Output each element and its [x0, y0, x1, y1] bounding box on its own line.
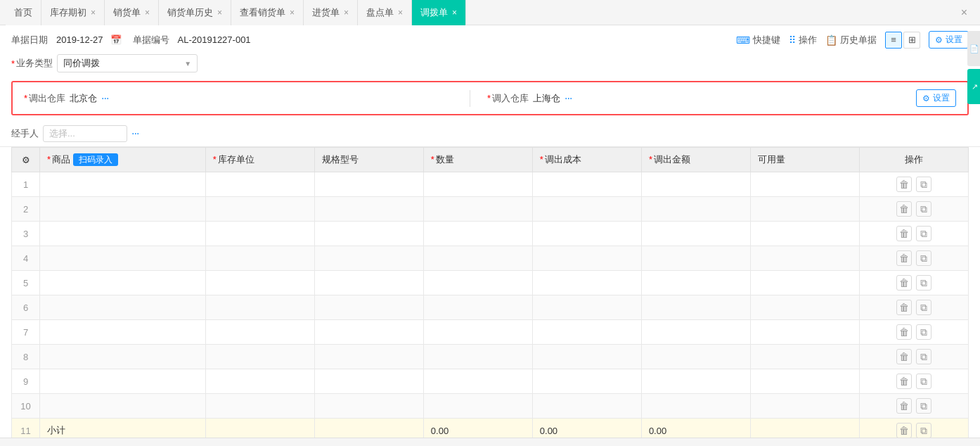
cell-spec[interactable] — [314, 320, 423, 345]
delete-icon[interactable]: 🗑 — [896, 275, 912, 291]
cell-unit[interactable] — [205, 394, 314, 419]
cell-product[interactable] — [40, 394, 206, 419]
cell-unit[interactable] — [205, 320, 314, 345]
delete-icon[interactable]: 🗑 — [896, 374, 912, 389]
cell-amount[interactable] — [641, 271, 750, 295]
tab-close-purchase[interactable]: × — [344, 8, 349, 18]
cell-amount[interactable] — [641, 172, 750, 197]
warehouse-settings-button[interactable]: ⚙ 设置 — [916, 89, 956, 107]
delete-icon[interactable]: 🗑 — [896, 177, 912, 192]
cell-qty[interactable] — [423, 345, 532, 369]
cell-qty[interactable] — [423, 222, 532, 246]
tab-purchase[interactable]: 进货单 × — [304, 0, 358, 25]
warehouse-out-value[interactable]: 北京仓 — [70, 92, 97, 105]
tab-home[interactable]: 首页 — [6, 0, 41, 25]
cell-available[interactable] — [750, 295, 859, 320]
cell-cost[interactable] — [532, 246, 641, 271]
cell-qty[interactable] — [423, 197, 532, 222]
cell-amount[interactable] — [641, 320, 750, 345]
cell-spec[interactable] — [314, 394, 423, 419]
cell-amount[interactable] — [641, 197, 750, 222]
close-window-button[interactable]: × — [954, 6, 974, 19]
cell-unit[interactable] — [205, 271, 314, 295]
cell-cost[interactable] — [532, 172, 641, 197]
copy-icon[interactable]: ⧉ — [916, 423, 931, 438]
cell-product[interactable] — [40, 295, 206, 320]
cell-qty[interactable] — [423, 295, 532, 320]
copy-icon[interactable]: ⧉ — [916, 374, 931, 389]
tab-inventory-init[interactable]: 库存期初 × — [41, 0, 105, 25]
tab-close-sales-order[interactable]: × — [145, 8, 150, 18]
cell-spec[interactable] — [314, 345, 423, 369]
copy-icon[interactable]: ⧉ — [916, 324, 931, 340]
delete-icon[interactable]: 🗑 — [896, 349, 912, 364]
cell-spec[interactable] — [314, 172, 423, 197]
cell-product[interactable] — [40, 222, 206, 246]
shortcuts-button[interactable]: ⌨ 快捷键 — [736, 34, 780, 46]
cell-qty[interactable] — [423, 271, 532, 295]
cell-qty[interactable] — [423, 172, 532, 197]
delete-icon[interactable]: 🗑 — [896, 324, 912, 340]
cell-spec[interactable] — [314, 222, 423, 246]
cell-spec[interactable] — [314, 295, 423, 320]
cell-amount[interactable] — [641, 369, 750, 394]
cell-cost[interactable] — [532, 369, 641, 394]
cell-qty[interactable] — [423, 246, 532, 271]
copy-icon[interactable]: ⧉ — [916, 250, 931, 266]
cell-qty[interactable] — [423, 394, 532, 419]
handler-select[interactable]: 选择... — [43, 125, 127, 142]
tab-close-sales-history[interactable]: × — [217, 8, 222, 18]
cell-available[interactable] — [750, 320, 859, 345]
cell-unit[interactable] — [205, 295, 314, 320]
view-list-button[interactable]: ≡ — [885, 32, 902, 49]
bottom-scrollbar[interactable] — [0, 438, 980, 443]
delete-icon[interactable]: 🗑 — [896, 201, 912, 217]
cell-product[interactable] — [40, 246, 206, 271]
view-grid-button[interactable]: ⊞ — [903, 32, 920, 49]
cell-available[interactable] — [750, 271, 859, 295]
cell-product[interactable] — [40, 320, 206, 345]
cell-available[interactable] — [750, 172, 859, 197]
history-button[interactable]: 📋 历史单据 — [825, 34, 877, 46]
cell-cost[interactable] — [532, 320, 641, 345]
cell-available[interactable] — [750, 246, 859, 271]
cell-product[interactable] — [40, 271, 206, 295]
cell-amount[interactable] — [641, 295, 750, 320]
copy-icon[interactable]: ⧉ — [916, 226, 931, 241]
cell-product[interactable] — [40, 197, 206, 222]
warehouse-in-more-button[interactable]: ··· — [565, 92, 572, 105]
tab-close-inventory-count[interactable]: × — [398, 8, 403, 18]
cell-product[interactable] — [40, 369, 206, 394]
cell-amount[interactable] — [641, 222, 750, 246]
copy-icon[interactable]: ⧉ — [916, 275, 931, 291]
cell-available[interactable] — [750, 222, 859, 246]
cell-unit[interactable] — [205, 197, 314, 222]
cell-spec[interactable] — [314, 197, 423, 222]
operations-button[interactable]: ⠿ 操作 — [789, 34, 817, 46]
calendar-icon[interactable]: 📅 — [110, 34, 122, 45]
delete-icon[interactable]: 🗑 — [896, 423, 912, 438]
cell-cost[interactable] — [532, 394, 641, 419]
cell-qty[interactable] — [423, 369, 532, 394]
copy-icon[interactable]: ⧉ — [916, 300, 931, 315]
copy-icon[interactable]: ⧉ — [916, 201, 931, 217]
delete-icon[interactable]: 🗑 — [896, 250, 912, 266]
cell-available[interactable] — [750, 369, 859, 394]
cell-amount[interactable] — [641, 246, 750, 271]
cell-available[interactable] — [750, 197, 859, 222]
cell-amount[interactable] — [641, 394, 750, 419]
tab-sales-history[interactable]: 销货单历史 × — [159, 0, 231, 25]
sidebar-doc-button[interactable]: 📄 — [967, 31, 980, 66]
cell-unit[interactable] — [205, 369, 314, 394]
cell-available[interactable] — [750, 394, 859, 419]
delete-icon[interactable]: 🗑 — [896, 398, 912, 414]
cell-unit[interactable] — [205, 246, 314, 271]
cell-product[interactable] — [40, 172, 206, 197]
cell-cost[interactable] — [532, 271, 641, 295]
cell-product[interactable] — [40, 345, 206, 369]
tab-sales-order[interactable]: 销货单 × — [105, 0, 159, 25]
gear-header[interactable]: ⚙ — [12, 148, 40, 172]
cell-unit[interactable] — [205, 172, 314, 197]
tab-view-sales[interactable]: 查看销货单 × — [231, 0, 304, 25]
cell-spec[interactable] — [314, 369, 423, 394]
